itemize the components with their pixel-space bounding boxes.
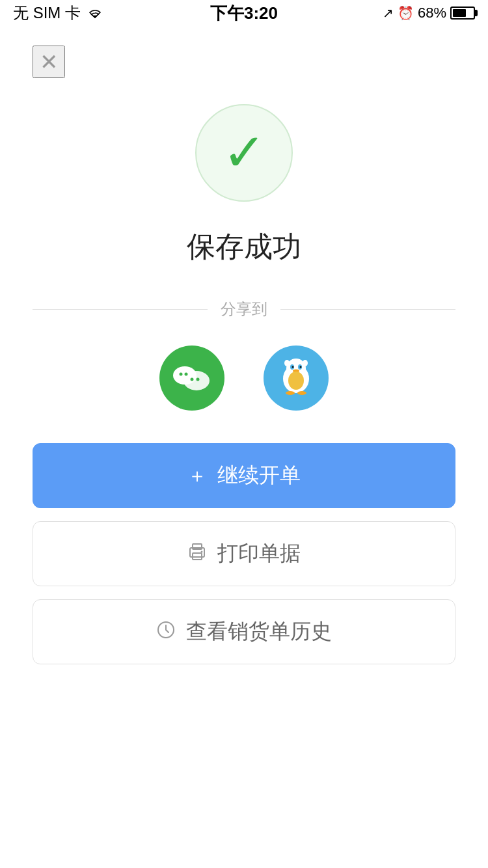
print-label: 打印单据 [217,539,301,568]
continue-button[interactable]: ＋ 继续开单 [33,443,455,508]
wechat-share-button[interactable] [159,346,224,411]
wifi-icon [86,6,104,20]
svg-point-5 [197,378,200,381]
svg-point-10 [292,366,294,368]
svg-point-2 [180,373,183,376]
history-icon [156,620,176,644]
success-title: 保存成功 [187,228,301,266]
svg-point-15 [297,391,306,395]
divider-line-right [280,309,455,310]
svg-point-11 [300,366,302,368]
svg-point-3 [185,373,188,376]
battery-icon [450,7,475,20]
history-label: 查看销货单历史 [186,617,332,646]
share-section: 分享到 [33,299,455,411]
share-label: 分享到 [221,299,267,319]
share-icons [159,346,329,411]
status-bar: 无 SIM 卡 下午3:20 ↗ ⏰ 68% [0,0,488,26]
close-icon: ✕ [40,51,58,73]
print-button[interactable]: 打印单据 [33,521,455,586]
checkmark-icon: ✓ [223,127,266,179]
battery-percent: 68% [418,5,446,21]
divider-row: 分享到 [33,299,455,319]
plus-icon: ＋ [187,463,207,489]
status-time: 下午3:20 [210,2,278,25]
alarm-icon: ⏰ [398,5,414,21]
buttons-section: ＋ 继续开单 打印单据 查看销货单历史 [33,443,455,664]
qq-share-button[interactable] [264,346,329,411]
print-icon [187,543,207,565]
svg-point-16 [284,360,290,366]
status-right: ↗ ⏰ 68% [383,5,475,21]
success-circle: ✓ [195,104,293,202]
svg-point-4 [191,378,194,381]
svg-point-21 [201,550,203,552]
history-button[interactable]: 查看销货单历史 [33,599,455,664]
status-left: 无 SIM 卡 [13,3,104,23]
wechat-icon [172,361,212,395]
qq-icon [277,358,315,398]
svg-point-14 [286,391,295,395]
svg-point-13 [288,372,304,390]
main-content: ✕ ✓ 保存成功 分享到 [0,26,488,868]
carrier-text: 无 SIM 卡 [13,3,81,23]
close-button[interactable]: ✕ [33,46,65,78]
svg-point-17 [303,360,308,366]
location-icon: ↗ [383,5,394,21]
divider-line-left [33,309,208,310]
continue-label: 继续开单 [217,461,301,490]
battery-fill [453,9,466,17]
